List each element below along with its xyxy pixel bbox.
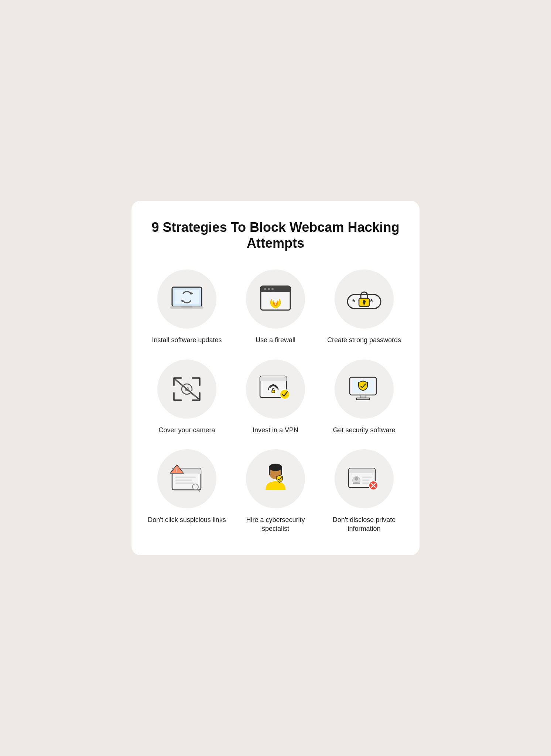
svg-point-29: [280, 389, 290, 399]
vpn-icon: [258, 374, 293, 404]
svg-rect-40: [175, 477, 196, 478]
item-cybersecurity-specialist: Hire a cybersecurity specialist: [235, 449, 316, 533]
svg-point-10: [268, 288, 270, 290]
item-use-firewall: Use a firewall: [235, 269, 316, 344]
svg-rect-42: [175, 482, 194, 484]
label-use-firewall: Use a firewall: [256, 336, 295, 344]
svg-rect-27: [260, 379, 287, 381]
page-title: 9 Strategies To Block Webcam Hacking Att…: [146, 219, 405, 251]
svg-rect-47: [269, 467, 270, 475]
label-install-updates: Install software updates: [152, 336, 222, 344]
icon-circle-strong-passwords: * * * *: [335, 269, 394, 329]
item-install-updates: Install software updates: [146, 269, 227, 344]
svg-text:*: *: [370, 298, 373, 306]
icon-circle-security-software: [335, 360, 394, 419]
label-suspicious-links: Don't click suspicious links: [148, 516, 226, 524]
svg-point-53: [355, 477, 358, 481]
svg-rect-41: [175, 480, 192, 481]
icon-circle-cybersecurity-specialist: [246, 449, 305, 508]
item-strong-passwords: * * * * Create strong passwords: [324, 269, 405, 344]
svg-rect-51: [349, 471, 375, 473]
item-vpn: Invest in a VPN: [235, 360, 316, 434]
svg-rect-55: [362, 480, 370, 481]
item-cover-camera: Cover your camera: [146, 360, 227, 434]
icon-circle-suspicious-links: !: [157, 449, 216, 508]
suspicious-links-icon: !: [170, 464, 203, 494]
label-cover-camera: Cover your camera: [158, 426, 215, 434]
item-security-software: Get security software: [324, 360, 405, 434]
svg-rect-33: [356, 398, 370, 400]
svg-text:*: *: [352, 298, 355, 306]
label-private-info: Don't disclose private information: [324, 516, 405, 533]
strong-passwords-icon: * * * *: [346, 284, 383, 314]
svg-point-9: [264, 288, 266, 290]
cover-camera-icon: [170, 374, 203, 404]
icon-circle-install-updates: [157, 269, 216, 329]
private-info-icon: [347, 464, 382, 494]
svg-rect-19: [363, 302, 365, 305]
svg-line-24: [176, 380, 198, 398]
label-strong-passwords: Create strong passwords: [327, 336, 401, 344]
main-card: 9 Strategies To Block Webcam Hacking Att…: [131, 201, 420, 555]
install-updates-icon: [170, 285, 203, 313]
icon-circle-cover-camera: [157, 360, 216, 419]
strategies-grid: Install software updates: [146, 269, 405, 533]
icon-circle-private-info: [335, 449, 394, 508]
svg-rect-28: [272, 390, 275, 393]
icon-circle-vpn: [246, 360, 305, 419]
svg-text:!: !: [176, 467, 178, 473]
label-cybersecurity-specialist: Hire a cybersecurity specialist: [235, 516, 316, 533]
svg-rect-54: [362, 477, 372, 478]
use-firewall-icon: [259, 284, 292, 314]
icon-circle-use-firewall: [246, 269, 305, 329]
svg-rect-32: [360, 395, 366, 398]
svg-rect-48: [281, 467, 282, 475]
label-security-software: Get security software: [333, 426, 395, 434]
svg-point-11: [271, 288, 274, 290]
security-software-icon: [347, 374, 382, 404]
label-vpn: Invest in a VPN: [253, 426, 298, 434]
svg-line-23: [177, 379, 199, 398]
item-suspicious-links: ! Don't click suspicious links: [146, 449, 227, 533]
cybersecurity-specialist-icon: [259, 462, 292, 495]
svg-rect-8: [261, 290, 290, 292]
svg-point-46: [269, 464, 282, 471]
item-private-info: Don't disclose private information: [324, 449, 405, 533]
svg-rect-5: [181, 306, 192, 308]
